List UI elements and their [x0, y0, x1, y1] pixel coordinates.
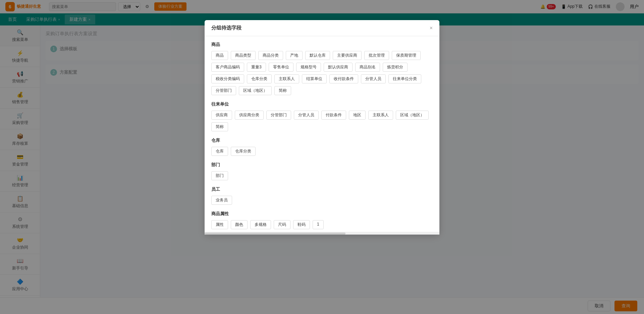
field-tags-department: 部门: [211, 171, 433, 180]
field-tag-goods-22[interactable]: 分管部门: [211, 86, 236, 95]
field-tag-goods-21[interactable]: 往来单位分类: [388, 74, 421, 83]
field-tag-goods-20[interactable]: 分管人员: [361, 74, 386, 83]
field-group-warehouse-title: 仓库: [211, 137, 433, 143]
field-tag-goods-6[interactable]: 批次管理: [364, 51, 389, 60]
modal-horizontal-scrollbar[interactable]: [205, 232, 439, 235]
field-tag-cp-3[interactable]: 分管人员: [294, 111, 319, 120]
field-tag-cp-1[interactable]: 供应商分类: [235, 111, 264, 120]
field-tags-product-attr: 属性 颜色 多规格 尺码 鞋码 1: [211, 220, 433, 229]
modal-overlay: 分组待选字段 × 商品 商品 商品类型 商品分类 产地 默认仓库 主要供应商 批…: [0, 0, 644, 314]
field-tag-cp-8[interactable]: 简称: [211, 122, 228, 131]
field-tag-pa-5[interactable]: 1: [313, 220, 324, 229]
field-group-product-attr-title: 商品属性: [211, 211, 433, 217]
modal-body: 商品 商品 商品类型 商品分类 产地 默认仓库 主要供应商 批次管理 保质期管理…: [205, 36, 439, 232]
field-tag-goods-15[interactable]: 税收分类编码: [211, 74, 244, 83]
field-tags-warehouse: 仓库 仓库分类: [211, 147, 433, 156]
field-tag-goods-18[interactable]: 结算单位: [302, 74, 327, 83]
field-tag-wh-0[interactable]: 仓库: [211, 147, 228, 156]
field-group-product-attr: 商品属性 属性 颜色 多规格 尺码 鞋码 1: [211, 211, 433, 229]
field-group-goods-title: 商品: [211, 42, 433, 48]
field-tag-goods-19[interactable]: 收付款条件: [329, 74, 358, 83]
field-tag-goods-17[interactable]: 主联系人: [274, 74, 299, 83]
field-tag-goods-13[interactable]: 商品别名: [355, 63, 380, 72]
field-tag-goods-12[interactable]: 默认供应商: [324, 63, 353, 72]
field-tag-pa-2[interactable]: 多规格: [250, 220, 271, 229]
field-tag-goods-5[interactable]: 主要供应商: [333, 51, 362, 60]
field-tag-goods-24[interactable]: 简称: [274, 86, 291, 95]
field-tags-employee: 业务员: [211, 196, 433, 205]
field-tag-goods-14[interactable]: 炼货积分: [383, 63, 408, 72]
field-tag-cp-7[interactable]: 区域（地区）: [396, 111, 429, 120]
field-tag-dept-0[interactable]: 部门: [211, 171, 228, 180]
field-tag-goods-8[interactable]: 客户商品编码: [211, 63, 244, 72]
field-tag-cp-6[interactable]: 主联系人: [368, 111, 393, 120]
field-tag-goods-23[interactable]: 区域（地区）: [239, 86, 272, 95]
field-group-department: 部门 部门: [211, 162, 433, 180]
field-tag-pa-1[interactable]: 颜色: [231, 220, 248, 229]
modal-close-button[interactable]: ×: [430, 25, 433, 31]
field-tag-cp-2[interactable]: 分管部门: [266, 111, 291, 120]
field-tag-goods-10[interactable]: 零售单位: [269, 63, 293, 72]
field-tag-cp-5[interactable]: 地区: [349, 111, 366, 120]
field-group-employee-title: 员工: [211, 186, 433, 192]
field-group-counterpart-title: 往来单位: [211, 101, 433, 107]
field-tag-goods-2[interactable]: 商品分类: [258, 51, 283, 60]
field-tag-wh-1[interactable]: 仓库分类: [231, 147, 256, 156]
field-group-goods: 商品 商品 商品类型 商品分类 产地 默认仓库 主要供应商 批次管理 保质期管理…: [211, 42, 433, 95]
field-tag-pa-0[interactable]: 属性: [211, 220, 228, 229]
field-tag-goods-11[interactable]: 规格型号: [296, 63, 321, 72]
field-group-employee: 员工 业务员: [211, 186, 433, 205]
modal-title: 分组待选字段: [211, 25, 241, 31]
modal-header: 分组待选字段 ×: [205, 20, 439, 36]
field-group-department-title: 部门: [211, 162, 433, 168]
field-tag-goods-0[interactable]: 商品: [211, 51, 228, 60]
field-tag-pa-3[interactable]: 尺码: [274, 220, 290, 229]
field-select-modal: 分组待选字段 × 商品 商品 商品类型 商品分类 产地 默认仓库 主要供应商 批…: [205, 20, 439, 235]
field-tag-pa-4[interactable]: 鞋码: [293, 220, 310, 229]
field-tag-cp-0[interactable]: 供应商: [211, 111, 232, 120]
modal-scrollbar-thumb: [205, 233, 345, 235]
field-tag-emp-0[interactable]: 业务员: [211, 196, 232, 205]
field-tag-goods-9[interactable]: 重量3: [247, 63, 266, 72]
field-tag-goods-7[interactable]: 保质期管理: [392, 51, 421, 60]
field-tag-goods-16[interactable]: 仓库分类: [247, 74, 272, 83]
field-tags-goods: 商品 商品类型 商品分类 产地 默认仓库 主要供应商 批次管理 保质期管理 客户…: [211, 51, 433, 95]
field-group-warehouse: 仓库 仓库 仓库分类: [211, 137, 433, 156]
field-tag-cp-4[interactable]: 付款条件: [321, 111, 346, 120]
field-tag-goods-1[interactable]: 商品类型: [231, 51, 256, 60]
field-tag-goods-3[interactable]: 产地: [286, 51, 303, 60]
field-group-counterpart: 往来单位 供应商 供应商分类 分管部门 分管人员 付款条件 地区 主联系人 区域…: [211, 101, 433, 131]
field-tag-goods-4[interactable]: 默认仓库: [305, 51, 330, 60]
field-tags-counterpart: 供应商 供应商分类 分管部门 分管人员 付款条件 地区 主联系人 区域（地区） …: [211, 111, 433, 131]
